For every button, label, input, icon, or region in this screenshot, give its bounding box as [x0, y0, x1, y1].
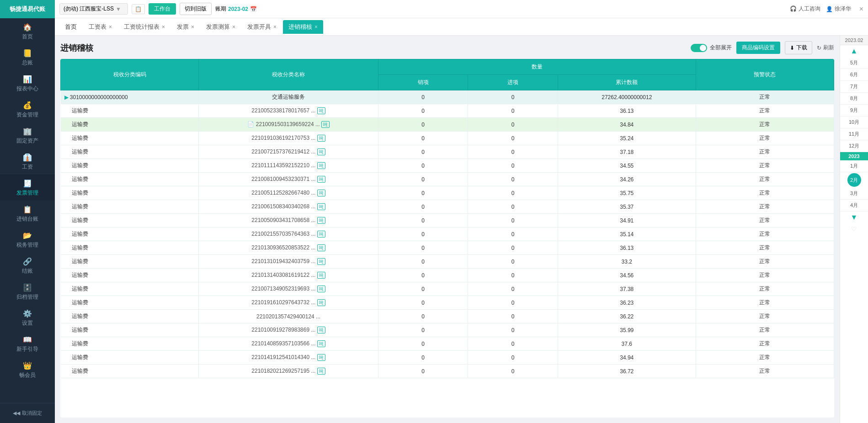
calendar-month-3[interactable]: 3月	[840, 188, 868, 200]
goods-setting-button[interactable]: 商品编码设置	[736, 42, 780, 54]
group-purchase: 0	[468, 90, 558, 104]
period-calendar-icon[interactable]: 📅	[250, 6, 257, 12]
page-actions: 全部展开 商品编码设置 ⬇ 下载 ↻ 刷新	[691, 41, 834, 54]
tab-invoice-close-icon[interactable]: ×	[191, 24, 194, 30]
sidebar-item-assets[interactable]: 🏢 固定资产	[0, 122, 55, 148]
calendar-month-5[interactable]: 5月	[840, 57, 868, 69]
sidebar-item-close[interactable]: 🔗 结账	[0, 253, 55, 279]
sidebar-item-finance[interactable]: 💰 资金管理	[0, 96, 55, 122]
unit-badge: 吨	[317, 190, 325, 196]
calendar-month-7[interactable]: 7月	[840, 81, 868, 93]
col-total: 累计数额	[558, 75, 696, 90]
page-main: 进销稽核 全部展开 商品编码设置 ⬇ 下载 ↻ 刷新	[55, 36, 840, 423]
sidebar-item-archive[interactable]: 🗄️ 归档管理	[0, 279, 55, 305]
tab-payroll[interactable]: 工资表 ×	[83, 20, 117, 34]
toggle-all-switch[interactable]	[691, 44, 707, 52]
group-name: 交通运输服务	[199, 90, 378, 104]
ledger-icon: 📒	[23, 49, 32, 58]
row-detail: 2210061508340340268 ... 吨	[199, 200, 378, 214]
unit-badge: 吨	[317, 299, 325, 306]
calendar-month-2-active[interactable]: 2月	[847, 173, 861, 187]
row-total: 34.55	[558, 159, 696, 173]
row-total: 34.94	[558, 351, 696, 365]
user-info[interactable]: 👤 徐泽华	[826, 5, 851, 13]
row-code: 运输费	[61, 296, 199, 310]
row-sale: 0	[378, 269, 468, 282]
workbench-button[interactable]: 工作台	[149, 3, 176, 15]
sidebar-item-archive-label: 归档管理	[16, 293, 38, 301]
table-row: 运输费 2210111143592152210 ... 吨 0 0 34.55 …	[61, 159, 834, 173]
sidebar-item-sales-ledger[interactable]: 📋 进销台账	[0, 201, 55, 227]
row-total: 34.26	[558, 173, 696, 186]
row-purchase: 0	[468, 214, 558, 227]
cancel-fixed-button[interactable]: ◀◀ 取消固定	[0, 407, 55, 419]
row-total: 36.13	[558, 241, 696, 255]
close-button[interactable]: ×	[859, 5, 863, 13]
tab-invoice[interactable]: 发票 ×	[171, 20, 200, 34]
tab-invoice-calc[interactable]: 发票测算 ×	[201, 20, 241, 34]
row-purchase: 0	[468, 173, 558, 186]
sidebar-item-home[interactable]: 🏠 首页	[0, 18, 55, 44]
row-total: 35.37	[558, 200, 696, 214]
file-icon: 📄	[247, 121, 254, 127]
tab-payroll-label: 工资表	[89, 23, 107, 31]
switch-version-button[interactable]: 切到旧版	[180, 3, 212, 15]
period-display: 账期 2023-02 📅	[215, 5, 257, 13]
company-selector[interactable]: (勿动) 江西服宝-LSS ▼	[59, 3, 128, 15]
sidebar-item-payroll[interactable]: 👔 工资	[0, 148, 55, 174]
tabs-bar: 首页 工资表 × 工资统计报表 × 发票 × 发票测算 × 发票开具 × 进销稽…	[55, 18, 868, 36]
tab-invoice-open[interactable]: 发票开具 ×	[242, 20, 282, 34]
table-row: 运输费 2210131019432403759 ... 吨 0 0 33.2 正…	[61, 255, 834, 269]
sidebar-item-sales-ledger-label: 进销台账	[16, 215, 38, 223]
sidebar-item-invoice[interactable]: 🧾 发票管理	[0, 174, 55, 201]
calendar-month-6[interactable]: 6月	[840, 69, 868, 81]
tab-sales-check[interactable]: 进销稽核 ×	[283, 20, 323, 34]
tab-sales-check-close-icon[interactable]: ×	[314, 24, 318, 30]
expand-icon[interactable]: ▶	[64, 94, 69, 100]
tab-home-label: 首页	[65, 23, 77, 31]
calendar-month-11[interactable]: 11月	[840, 128, 868, 140]
unit-badge: 吨	[317, 162, 325, 169]
unit-badge: 吨	[317, 340, 325, 347]
row-code: 运输费	[61, 282, 199, 296]
support-button[interactable]: 🎧 人工咨询	[790, 5, 820, 13]
sidebar-item-member[interactable]: 👑 畅会员	[0, 357, 55, 383]
copy-button[interactable]: 📋	[132, 4, 145, 14]
table-row: 运输费 2210130936520853522 ... 吨 0 0 36.13 …	[61, 241, 834, 255]
tab-payroll-close-icon[interactable]: ×	[109, 24, 112, 30]
calendar-month-12[interactable]: 12月	[840, 140, 868, 152]
row-sale: 0	[378, 365, 468, 378]
tab-payroll-report-close-icon[interactable]: ×	[162, 24, 165, 30]
sidebar-item-tax[interactable]: 📂 税务管理	[0, 227, 55, 253]
tab-invoice-open-close-icon[interactable]: ×	[273, 24, 277, 30]
row-status: 正常	[696, 104, 834, 118]
download-button[interactable]: ⬇ 下载	[785, 41, 812, 54]
table-header-row: 税收分类编码 税收分类名称 数量 预警状态	[61, 59, 834, 75]
tab-home[interactable]: 首页	[59, 20, 82, 34]
calendar-month-9[interactable]: 9月	[840, 105, 868, 116]
col-status: 预警状态	[696, 59, 834, 90]
sidebar-item-guide[interactable]: 📖 新手引导	[0, 331, 55, 357]
row-total: 35.75	[558, 186, 696, 200]
calendar-month-8[interactable]: 8月	[840, 93, 868, 105]
tab-payroll-report[interactable]: 工资统计报表 ×	[118, 20, 170, 34]
row-detail: 2210141912541014340 ... 吨	[199, 351, 378, 365]
sidebar-item-ledger[interactable]: 📒 总账	[0, 44, 55, 70]
row-code: 运输费	[61, 159, 199, 173]
unit-badge: 吨	[317, 107, 325, 114]
reports-icon: 📊	[23, 75, 32, 84]
table-row: 运输费 2210052338178017657 ... 吨 0 0 36.13 …	[61, 104, 834, 118]
row-status: 正常	[696, 255, 834, 269]
calendar-month-10[interactable]: 10月	[840, 116, 868, 128]
row-purchase: 0	[468, 200, 558, 214]
calendar-month-4[interactable]: 4月	[840, 200, 868, 212]
sidebar-item-reports[interactable]: 📊 报表中心	[0, 70, 55, 96]
calendar-month-1[interactable]: 1月	[840, 160, 868, 172]
tab-invoice-calc-close-icon[interactable]: ×	[232, 24, 235, 30]
calendar-down-arrow[interactable]: ▼	[840, 212, 868, 223]
calendar-up-arrow[interactable]: ▲	[840, 45, 868, 57]
sidebar-item-settings[interactable]: ⚙️ 设置	[0, 305, 55, 331]
row-detail: 2210071349052319693 ... 吨	[199, 282, 378, 296]
row-purchase: 0	[468, 241, 558, 255]
refresh-button[interactable]: ↻ 刷新	[817, 44, 834, 52]
